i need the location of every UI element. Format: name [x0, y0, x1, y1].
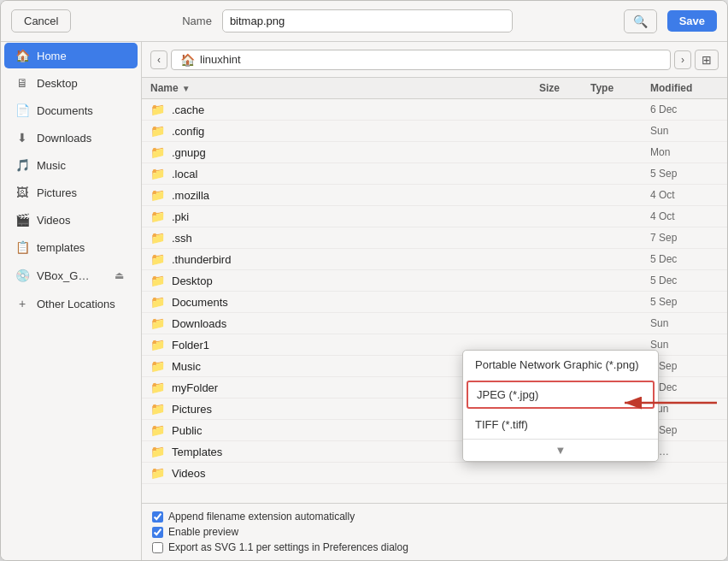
table-row[interactable]: 📁 .gnupg Mon [142, 142, 727, 163]
plus-icon: + [15, 297, 30, 310]
append-ext-label: Append filename extension automatically [168, 511, 355, 523]
sidebar-item-label: templates [37, 241, 85, 254]
folder-icon: 📁 [150, 359, 165, 373]
sidebar-item-videos[interactable]: 🎬 Videos [4, 207, 138, 233]
append-ext-row: Append filename extension automatically [152, 511, 717, 523]
dropdown-more[interactable]: ▼ [463, 439, 658, 461]
file-name: .ssh [172, 232, 539, 245]
table-row[interactable]: 📁 Downloads Sun [142, 313, 727, 334]
file-name: Documents [172, 296, 539, 309]
sidebar-item-other-locations[interactable]: + Other Locations [4, 291, 138, 316]
table-row[interactable]: 📁 .config Sun [142, 121, 727, 142]
breadcrumb-back-button[interactable]: ‹ [150, 50, 167, 69]
sort-arrow-icon: ▼ [182, 84, 191, 93]
dialog-body: 🏠 Home 🖥 Desktop 📄 Documents ⬇ Downloads… [1, 42, 727, 560]
file-modified: 4 Oct [650, 210, 719, 222]
breadcrumb-path: linuxhint [200, 53, 241, 66]
column-modified: Modified [650, 82, 719, 94]
enable-preview-row: Enable preview [152, 526, 717, 538]
folder-icon: 📁 [150, 252, 165, 266]
sidebar-item-music[interactable]: 🎵 Music [4, 152, 138, 178]
table-row[interactable]: 📁 .local 5 Sep [142, 163, 727, 185]
folder-icon: 📁 [150, 316, 165, 330]
sidebar-item-pictures[interactable]: 🖼 Pictures [4, 180, 138, 205]
column-name[interactable]: Name ▼ [150, 82, 539, 94]
folder-icon: 📁 [150, 167, 165, 180]
sidebar-item-label: VBox_G… [37, 269, 89, 282]
file-modified: 6 Dec [650, 103, 719, 115]
templates-icon: 📋 [15, 240, 30, 254]
file-modified: 4 Oct [650, 189, 719, 201]
sidebar-item-desktop[interactable]: 🖥 Desktop [4, 70, 138, 96]
folder-icon: 📁 [150, 274, 165, 287]
music-icon: 🎵 [15, 158, 30, 172]
sidebar-item-label: Pictures [37, 186, 77, 199]
append-ext-checkbox[interactable] [152, 511, 163, 523]
sidebar-item-downloads[interactable]: ⬇ Downloads [4, 125, 138, 151]
breadcrumb-location[interactable]: 🏠 linuxhint [171, 50, 671, 70]
sidebar-item-label: Videos [37, 214, 71, 227]
table-row[interactable]: 📁 Desktop 5 Dec [142, 270, 727, 292]
file-name: Videos [172, 467, 539, 480]
file-name: Desktop [172, 275, 539, 287]
table-row[interactable]: 📁 Videos [142, 463, 727, 484]
file-name: .pki [172, 210, 539, 223]
folder-icon: 📁 [150, 423, 165, 437]
folder-icon: 📁 [150, 338, 165, 351]
enable-preview-checkbox[interactable] [152, 527, 163, 538]
save-button[interactable]: Save [667, 10, 717, 32]
save-dialog: Cancel Name 🔍 Save 🏠 Home 🖥 Desktop 📄 Do… [0, 0, 728, 561]
sidebar-item-templates[interactable]: 📋 templates [4, 234, 138, 260]
table-row[interactable]: 📁 .mozilla 4 Oct [142, 185, 727, 206]
format-option-png[interactable]: Portable Network Graphic (*.png) [463, 351, 658, 379]
sidebar-item-label: Home [37, 50, 67, 62]
file-name: .local [172, 168, 539, 180]
file-modified: 5 Sep [650, 424, 719, 436]
file-name: .gnupg [172, 146, 539, 159]
table-row[interactable]: 📁 Documents 5 Sep [142, 292, 727, 313]
breadcrumb-forward-button[interactable]: › [674, 50, 691, 69]
file-modified: 5 Dec [650, 253, 719, 265]
folder-icon: 📁 [150, 124, 165, 138]
file-modified: Sun [650, 339, 719, 351]
table-row[interactable]: 📁 .cache 6 Dec [142, 99, 727, 121]
documents-icon: 📄 [15, 103, 30, 117]
file-modified: Sun [650, 125, 719, 137]
videos-icon: 🎬 [15, 213, 30, 227]
export-svg-checkbox[interactable] [152, 542, 163, 553]
table-row[interactable]: 📁 .thunderbird 5 Dec [142, 249, 727, 270]
file-name: .thunderbird [172, 253, 539, 266]
sidebar-item-label: Music [37, 159, 66, 172]
sidebar-item-documents[interactable]: 📄 Documents [4, 97, 138, 123]
red-arrow-annotation [616, 391, 719, 417]
new-folder-button[interactable]: ⊞ [695, 50, 719, 70]
filename-input[interactable] [222, 9, 513, 32]
folder-icon: 📁 [150, 295, 165, 309]
folder-icon: 📁 [150, 210, 165, 223]
downloads-icon: ⬇ [15, 131, 30, 145]
folder-icon: 📁 [150, 445, 165, 458]
file-modified: Sun [650, 317, 719, 329]
sidebar-item-vbox[interactable]: 💿 VBox_G… ⏏ [4, 262, 138, 289]
breadcrumb-bar: ‹ 🏠 linuxhint › ⊞ [142, 42, 727, 78]
sidebar-item-label: Desktop [37, 77, 78, 90]
enable-preview-label: Enable preview [168, 526, 238, 538]
folder-icon: 📁 [150, 103, 165, 116]
cancel-button[interactable]: Cancel [11, 9, 71, 32]
name-label: Name [182, 15, 212, 27]
folder-icon: 📁 [150, 145, 165, 159]
eject-button[interactable]: ⏏ [111, 268, 127, 283]
sidebar-item-label: Documents [37, 104, 93, 117]
bottom-bar: Append filename extension automatically … [142, 503, 727, 560]
column-type: Type [590, 82, 650, 94]
search-button[interactable]: 🔍 [624, 9, 657, 33]
sidebar-item-label: Other Locations [37, 298, 115, 310]
dialog-header: Cancel Name 🔍 Save [1, 1, 727, 42]
file-modified: Mon [650, 146, 719, 158]
file-name: .config [172, 125, 539, 138]
export-svg-label: Export as SVG 1.1 per settings in Prefer… [168, 541, 408, 553]
sidebar-item-home[interactable]: 🏠 Home [4, 43, 138, 68]
table-row[interactable]: 📁 .pki 4 Oct [142, 206, 727, 227]
folder-icon: 📁 [150, 188, 165, 202]
table-row[interactable]: 📁 .ssh 7 Sep [142, 227, 727, 249]
